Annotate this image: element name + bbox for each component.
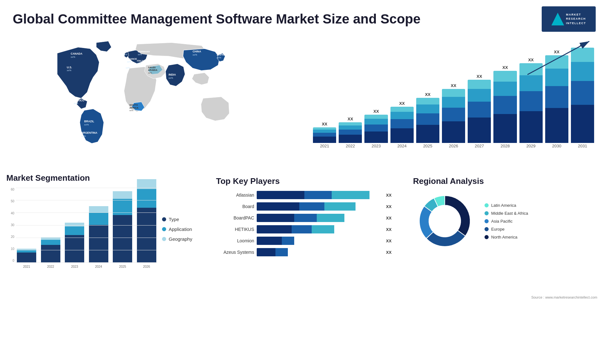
svg-text:xx%: xx% [71,56,76,58]
type-dot [162,217,166,221]
svg-text:BRAZIL: BRAZIL [84,120,94,123]
svg-text:JAPAN: JAPAN [217,53,226,56]
svg-text:xx%: xx% [193,53,197,56]
svg-text:MEXICO: MEXICO [74,99,85,102]
logo-line3: INTELLECT [566,21,586,26]
bar-group-2022: XX [339,117,362,143]
regional-title: Regional Analysis [413,176,597,186]
seg-legend: Type Application Geography [162,188,203,270]
player-row: BoardXX [216,202,394,211]
players-title: Top Key Players [216,176,394,186]
bar-group-2028: XX [493,65,517,143]
logo-line2: RESEARCH [566,17,586,21]
player-row: HETIKUSXX [216,225,394,233]
bar-group-2025: XX [416,92,439,143]
svg-text:xx%: xx% [67,69,71,72]
svg-text:SPAIN: SPAIN [126,64,133,66]
seg-chart: 60 50 40 30 20 10 0 20212022202320242025… [6,188,157,270]
svg-text:AFRICA: AFRICA [129,106,139,109]
bar-group-2023: XX [364,109,388,143]
players-section: Top Key Players AtlassianXXBoardXXBoardP… [207,173,403,294]
bar-chart-container: XXXXXXXXXXXXXXXXXXXXXX 20212022202320242… [310,38,597,162]
bar-group-2027: XX [468,74,491,143]
world-map-svg: CANADA xx% U.S. xx% MEXICO xx% BRAZIL xx… [13,38,300,152]
svg-text:xx%: xx% [123,53,127,56]
svg-text:ARABIA: ARABIA [148,69,158,71]
geo-dot [162,237,166,241]
type-label: Type [169,217,179,222]
bar-group-2024: XX [390,101,414,143]
map-section: CANADA xx% U.S. xx% MEXICO xx% BRAZIL xx… [10,35,303,172]
x-axis-labels: 2021202220232024202520262027202820292030… [313,144,594,148]
svg-text:ARGENTINA: ARGENTINA [81,131,98,134]
barchart-section: XXXXXXXXXXXXXXXXXXXXXX 20212022202320242… [307,35,600,172]
player-row: Azeus SystemsXX [216,248,394,256]
svg-text:xx%: xx% [84,123,89,126]
svg-text:GERMANY: GERMANY [138,50,150,53]
svg-text:INDIA: INDIA [168,73,176,76]
segmentation-content: 60 50 40 30 20 10 0 20212022202320242025… [6,188,203,270]
regional-section: Regional Analysis Latin AmericaMiddle Ea… [407,173,604,294]
logo-line1: MARKET [566,13,586,17]
svg-text:xx%: xx% [126,67,130,69]
regional-legend: Latin AmericaMiddle East & AfricaAsia Pa… [485,203,528,239]
seg-legend-geo: Geography [162,236,203,242]
svg-text:U.S.: U.S. [67,66,72,69]
seg-bars-inner [16,188,157,262]
svg-line-32 [527,41,589,75]
svg-text:xx%: xx% [148,72,152,74]
regional-legend-item: Latin America [485,203,528,208]
header: Global Committee Management Software Mar… [0,0,610,35]
app-label: Application [169,226,192,232]
logo-box: MARKET RESEARCH INTELLECT [542,6,596,32]
players-list: AtlassianXXBoardXXBoardPACXXHETIKUSXXLoo… [216,191,394,256]
regional-content: Latin AmericaMiddle East & AfricaAsia Pa… [413,189,597,253]
donut-segment [445,196,470,236]
bar-group-2026: XX [442,83,465,143]
bar-group-2021: XX [313,122,336,143]
svg-text:xx%: xx% [217,56,221,59]
source-text: Source : www.marketresearchintellect.com [0,295,610,301]
regional-legend-item: North America [485,235,528,239]
svg-text:xx%: xx% [129,109,133,111]
trend-arrow-svg [527,40,591,78]
svg-text:xx%: xx% [127,61,131,63]
segmentation-title: Market Segmentation [6,173,203,183]
geo-label: Geography [169,236,192,242]
canada-label: CANADA [71,52,83,55]
svg-text:U.K.: U.K. [123,50,128,53]
donut-chart [413,189,477,253]
world-map: CANADA xx% U.S. xx% MEXICO xx% BRAZIL xx… [13,38,300,152]
logo: MARKET RESEARCH INTELLECT [540,6,597,32]
svg-text:xx%: xx% [137,62,141,64]
svg-text:CHINA: CHINA [193,50,201,53]
app-dot [162,227,166,231]
svg-text:xx%: xx% [168,77,173,79]
regional-legend-item: Middle East & Africa [485,211,528,216]
regional-legend-item: Europe [485,227,528,232]
player-row: BoardPACXX [216,214,394,222]
svg-text:xx%: xx% [81,135,86,138]
segmentation-section: Market Segmentation 60 50 40 30 20 10 0 [6,173,203,294]
player-row: AtlassianXX [216,191,394,199]
donut-svg [413,189,477,253]
svg-text:xx%: xx% [138,53,142,56]
player-row: LoomionXX [216,237,394,245]
seg-x-axis: 202120222023202420252026 [16,263,157,270]
svg-text:xx%: xx% [74,102,78,105]
svg-text:ITALY: ITALY [137,59,144,62]
seg-legend-app: Application [162,226,203,232]
regional-legend-item: Asia Pacific [485,219,528,224]
page-title: Global Committee Management Software Mar… [13,11,421,27]
seg-legend-type: Type [162,217,203,222]
svg-text:FRANCE: FRANCE [127,57,137,60]
